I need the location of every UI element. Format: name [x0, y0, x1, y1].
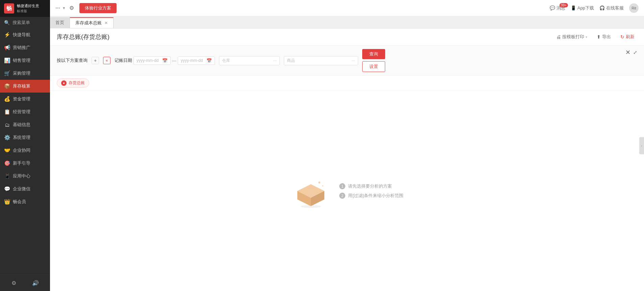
topbar-left: ▪▪▪ ▾ ⚙ 体验行业方案 [55, 3, 550, 13]
sidebar-scroll: 🔍 搜索菜单 ⚡ 快捷导航 📢 营销推广 📊 销售管理 🛒 采购管理 📦 库存核… [0, 17, 50, 275]
tab-bar: 首页 库存成本总账 ✕ [50, 16, 644, 28]
sales-icon: 📊 [4, 57, 10, 64]
finance-icon: 💰 [4, 96, 10, 102]
date-separator: — [172, 58, 176, 63]
panel-close-button[interactable]: ✕ [625, 49, 630, 56]
tip-num-2: 2 [339, 193, 345, 199]
export-icon: ⬆ [597, 34, 601, 40]
logo-text: 畅捷通好生意 标准版 [17, 3, 39, 13]
filter-area: 按以下方案查询 + « 记账日期 yyyy-mm-dd 📅 — yyyy-mm-… [50, 46, 644, 76]
sidebar-item-inventory[interactable]: 📦 库存核算 [0, 80, 50, 93]
basic-icon: 🗂 [4, 122, 10, 128]
warehouse-input[interactable]: 仓库 ··· [219, 56, 280, 65]
topbar-right: 💬 消息 99+ 📱 App下载 🎧 在线客服 Rit [550, 3, 639, 13]
refresh-button[interactable]: ↻ 刷新 [618, 32, 637, 41]
logo-icon: 畅 [4, 3, 14, 14]
print-dropdown-icon: ▾ [586, 35, 587, 39]
panel-expand-button[interactable]: ⤢ [633, 50, 637, 55]
sidebar-bottom: ⚙ 🔊 [0, 275, 50, 291]
empty-tips: 1 请先选择要分析的方案 2 用[过滤]条件来缩小分析范围 [339, 183, 403, 199]
tab-inventory-cost[interactable]: 库存成本总账 ✕ [70, 17, 114, 28]
trial-button[interactable]: 体验行业方案 [79, 3, 117, 13]
topbar-user: ▪▪▪ [55, 5, 60, 10]
scheme-section: ● 存货总账 [50, 76, 644, 91]
settings-button[interactable]: 设置 [362, 61, 385, 72]
topbar-settings-icon[interactable]: ⚙ [69, 5, 74, 11]
sidebar-item-enterprise[interactable]: 🤝 企业协同 [0, 144, 50, 157]
system-icon: ⚙️ [4, 135, 10, 141]
content-area: 库存总账(存货总账) 🖨 按模板打印 ▾ ⬆ 导出 ↻ 刷新 按以下方案查询 [50, 28, 644, 291]
export-button[interactable]: ⬆ 导出 [594, 32, 614, 41]
sidebar-item-operation[interactable]: 📋 经营管理 [0, 105, 50, 118]
empty-state: 1 请先选择要分析的方案 2 用[过滤]条件来缩小分析范围 [50, 91, 644, 291]
calendar-start-icon: 📅 [162, 58, 168, 63]
scheme-tag-icon: ● [61, 80, 67, 86]
settings-bottom-icon[interactable]: ⚙ [10, 278, 18, 288]
sidebar-item-sales[interactable]: 📊 销售管理 [0, 54, 50, 67]
date-start-input[interactable]: yyyy-mm-dd 📅 [133, 56, 171, 65]
newbie-icon: 🎯 [4, 160, 10, 166]
calendar-end-icon: 📅 [206, 58, 212, 63]
sidebar-item-finance[interactable]: 💰 资金管理 [0, 93, 50, 105]
sidebar: 畅 畅捷通好生意 标准版 🔍 搜索菜单 ⚡ 快捷导航 📢 营销推广 📊 销售管理… [0, 0, 50, 291]
svg-point-6 [322, 185, 323, 187]
sidebar-item-system[interactable]: ⚙️ 系统管理 [0, 131, 50, 144]
print-icon: 🖨 [556, 34, 561, 40]
panel-top-right: ✕ ⤢ [625, 49, 637, 56]
svg-point-5 [318, 181, 320, 184]
close-tab-icon[interactable]: ✕ [104, 21, 108, 25]
filter-add-button[interactable]: + [92, 57, 99, 64]
user-avatar-placeholder: ▪▪▪ [55, 5, 60, 10]
date-range-wrap: 记账日期 yyyy-mm-dd 📅 — yyyy-mm-dd 📅 [115, 56, 215, 65]
wecom-icon: 💬 [4, 186, 10, 192]
app-download-icon: 📱 [571, 5, 576, 10]
sidebar-item-vip[interactable]: 👑 畅会员 [0, 195, 50, 208]
date-end-input[interactable]: yyyy-mm-dd 📅 [178, 56, 215, 65]
tab-home[interactable]: 首页 [50, 17, 70, 28]
user-avatar[interactable]: Rit [629, 3, 639, 13]
inventory-icon: 📦 [4, 83, 10, 89]
audio-icon[interactable]: 🔊 [31, 278, 40, 288]
product-input[interactable]: 商品 ··· [284, 56, 358, 65]
app-download-item[interactable]: 📱 App下载 [571, 5, 594, 11]
message-icon: 💬 [550, 5, 555, 10]
action-buttons: 查询 设置 [362, 49, 385, 72]
sidebar-item-quick-nav[interactable]: ⚡ 快捷导航 [0, 28, 50, 41]
topbar: ▪▪▪ ▾ ⚙ 体验行业方案 💬 消息 99+ 📱 App下载 🎧 在线客服 R… [50, 0, 644, 16]
right-panel-toggle[interactable]: › [639, 137, 644, 154]
empty-tip-2: 2 用[过滤]条件来缩小分析范围 [339, 193, 403, 199]
quick-nav-icon: ⚡ [4, 32, 10, 38]
sidebar-item-wecom[interactable]: 💬 企业微信 [0, 183, 50, 195]
empty-tip-1: 1 请先选择要分析的方案 [339, 183, 403, 189]
appstore-icon: 📱 [4, 173, 10, 179]
operation-icon: 📋 [4, 109, 10, 115]
page-header: 库存总账(存货总账) 🖨 按模板打印 ▾ ⬆ 导出 ↻ 刷新 [50, 28, 644, 46]
search-icon: 🔍 [4, 20, 10, 25]
page-header-actions: 🖨 按模板打印 ▾ ⬆ 导出 ↻ 刷新 [553, 32, 637, 41]
topbar-dropdown-arrow[interactable]: ▾ [63, 5, 65, 10]
date-field-label: 记账日期 [115, 57, 132, 64]
headset-icon: 🎧 [599, 5, 605, 10]
chevron-right-icon: › [641, 144, 642, 147]
sidebar-item-appstore[interactable]: 📱 应用中心 [0, 170, 50, 183]
empty-illustration [291, 174, 331, 208]
marketing-icon: 📢 [4, 45, 10, 51]
message-item[interactable]: 💬 消息 99+ [550, 5, 565, 11]
online-support-item[interactable]: 🎧 在线客服 [599, 5, 624, 11]
sidebar-logo: 畅 畅捷通好生意 标准版 [0, 0, 50, 17]
product-more-icon: ··· [352, 58, 355, 63]
scheme-tag[interactable]: ● 存货总账 [57, 78, 89, 88]
filter-collapse-button[interactable]: « [103, 57, 110, 64]
tip-num-1: 1 [339, 183, 345, 189]
query-button[interactable]: 查询 [362, 49, 385, 59]
print-button[interactable]: 🖨 按模板打印 ▾ [553, 32, 590, 41]
sidebar-item-marketing[interactable]: 📢 营销推广 [0, 41, 50, 54]
main-area: ▪▪▪ ▾ ⚙ 体验行业方案 💬 消息 99+ 📱 App下载 🎧 在线客服 R… [50, 0, 644, 291]
purchase-icon: 🛒 [4, 70, 10, 76]
sidebar-item-basic[interactable]: 🗂 基础信息 [0, 118, 50, 131]
page-title: 库存总账(存货总账) [57, 33, 109, 41]
sidebar-item-purchase[interactable]: 🛒 采购管理 [0, 67, 50, 80]
sidebar-search[interactable]: 🔍 搜索菜单 [0, 17, 50, 28]
sidebar-item-newbie[interactable]: 🎯 新手引导 [0, 157, 50, 170]
enterprise-icon: 🤝 [4, 147, 10, 153]
